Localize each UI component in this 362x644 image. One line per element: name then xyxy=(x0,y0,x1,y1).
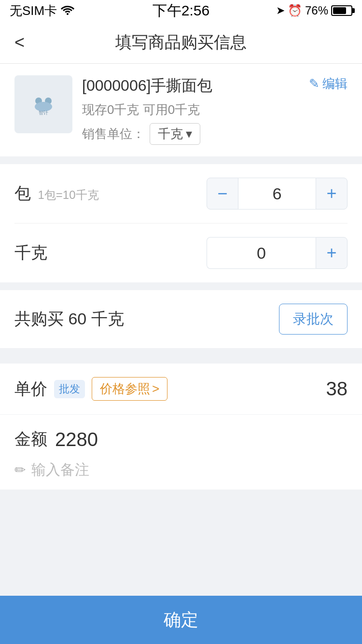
remark-row[interactable]: ✏ 输入备注 xyxy=(14,460,348,480)
unit-select[interactable]: 千克 ▾ xyxy=(150,123,200,145)
price-section: 单价 批发 价格参照 > 38 xyxy=(0,364,362,414)
nav-bar: < 填写商品购买信息 xyxy=(0,21,362,64)
content-spacer xyxy=(0,490,362,596)
carrier-text: 无SIM卡 xyxy=(10,2,57,19)
amount-section: 金额 2280 ✏ 输入备注 xyxy=(0,415,362,490)
product-image: 智计 xyxy=(14,75,72,133)
status-time: 下午2:56 xyxy=(153,1,209,21)
confirm-button[interactable]: 确定 xyxy=(0,596,362,644)
price-left: 单价 批发 价格参照 > xyxy=(14,377,167,401)
status-bar: 无SIM卡 下午2:56 ➤ ⏰ 76% xyxy=(0,0,362,21)
unit-label: 销售单位： xyxy=(82,126,145,142)
pencil-icon: ✏ xyxy=(14,462,26,478)
package-minus-button[interactable]: − xyxy=(207,178,238,210)
package-label: 包 xyxy=(14,184,31,202)
kg-input[interactable] xyxy=(207,237,316,269)
back-button[interactable]: < xyxy=(14,32,25,53)
location-icon: ➤ xyxy=(276,4,285,17)
package-plus-button[interactable]: + xyxy=(316,178,348,210)
status-right: ➤ ⏰ 76% xyxy=(276,4,352,17)
content-area: 智计 [0000006]手撕面包 现存0千克 可用0千克 销售单位： 千克 ▾ … xyxy=(0,64,362,596)
product-unit-row: 销售单位： 千克 ▾ xyxy=(82,123,348,145)
battery-percent: 76% xyxy=(305,4,328,17)
alarm-icon: ⏰ xyxy=(288,4,302,17)
qty-section: 包 1包=10千克 − + 千克 + xyxy=(0,164,362,282)
package-label-group: 包 1包=10千克 xyxy=(14,182,99,205)
chevron-right-icon: > xyxy=(152,381,159,396)
product-info: [0000006]手撕面包 现存0千克 可用0千克 销售单位： 千克 ▾ xyxy=(82,75,348,145)
record-batch-button[interactable]: 录批次 xyxy=(279,304,348,335)
wifi-icon xyxy=(61,3,74,18)
battery-icon xyxy=(331,5,352,16)
total-row: 共购买 60 千克 录批次 xyxy=(0,290,362,348)
price-row: 单价 批发 价格参照 > 38 xyxy=(14,377,348,401)
kg-controls: + xyxy=(207,237,348,269)
kg-plus-button[interactable]: + xyxy=(316,237,348,269)
total-label: 共购买 60 千克 xyxy=(14,308,124,330)
edit-icon: ✎ xyxy=(309,76,320,91)
wholesale-badge: 批发 xyxy=(54,380,85,398)
price-label: 单价 xyxy=(14,378,47,400)
package-row: 包 1包=10千克 − + xyxy=(14,164,348,224)
kg-row: 千克 + xyxy=(14,224,348,282)
price-ref-button[interactable]: 价格参照 > xyxy=(92,377,167,401)
amount-label: 金额 xyxy=(14,428,47,450)
remark-placeholder: 输入备注 xyxy=(31,460,89,480)
chevron-down-icon: ▾ xyxy=(186,126,192,141)
package-controls: − + xyxy=(207,178,348,210)
amount-row: 金额 2280 xyxy=(14,428,348,450)
amount-value: 2280 xyxy=(55,429,98,450)
kg-label: 千克 xyxy=(14,242,47,264)
divider-1 xyxy=(0,356,362,364)
product-stock: 现存0千克 可用0千克 xyxy=(82,101,348,118)
svg-text:智计: 智计 xyxy=(39,110,48,115)
price-value: 38 xyxy=(326,378,348,400)
page-title: 填写商品购买信息 xyxy=(115,31,247,54)
edit-button[interactable]: ✎ 编辑 xyxy=(309,75,348,92)
product-card: 智计 [0000006]手撕面包 现存0千克 可用0千克 销售单位： 千克 ▾ … xyxy=(0,64,362,156)
status-left: 无SIM卡 xyxy=(10,2,74,19)
package-input[interactable] xyxy=(238,178,316,210)
package-hint: 1包=10千克 xyxy=(38,188,98,201)
product-name: [0000006]手撕面包 xyxy=(82,75,348,97)
